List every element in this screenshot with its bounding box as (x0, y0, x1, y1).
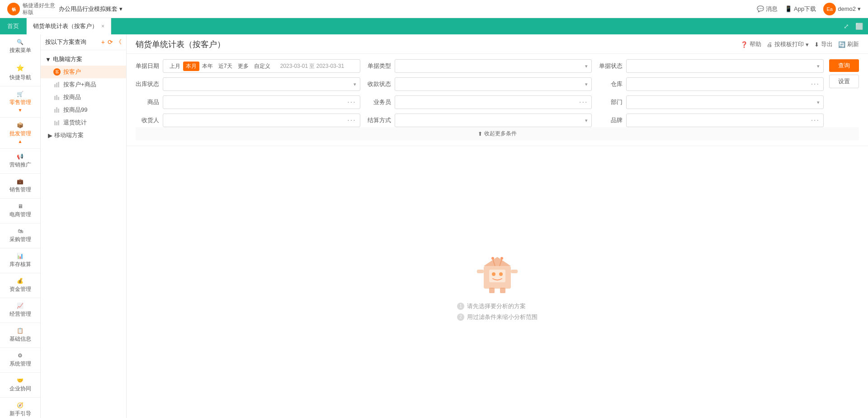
goods-label: 商品 (136, 98, 163, 106)
goods-control[interactable]: ··· (163, 95, 360, 109)
scheme-add-btn[interactable]: + (101, 38, 105, 46)
tab-active[interactable]: 销货单统计表（按客户） × (27, 18, 111, 34)
svg-rect-12 (56, 122, 57, 125)
salesman-dots: ··· (579, 98, 588, 106)
svg-rect-3 (56, 83, 57, 87)
scheme-refresh-btn[interactable]: ⟳ (108, 38, 113, 46)
sidebar-item-inventory[interactable]: 📊 库存核算 (0, 248, 40, 273)
sidebar-search[interactable]: 🔍 搜索菜单 (0, 34, 40, 59)
sidebar-item-basic[interactable]: 📋 基础信息 (0, 323, 40, 348)
sidebar-item-operation[interactable]: 📈 经营管理 (0, 298, 40, 323)
search-icon: 🔍 (17, 39, 24, 45)
chart-icon-1 (53, 81, 61, 88)
warehouse-control[interactable]: ··· (626, 77, 824, 91)
order-type-chevron (585, 63, 588, 69)
salesman-control[interactable]: ··· (395, 95, 592, 109)
order-type-label: 单据类型 (368, 62, 395, 70)
content-area: 按以下方案查询 + ⟳ 《 ▼ 电脑端方案 客 按客户 (41, 34, 868, 418)
date-tab-custom[interactable]: 自定义 (251, 62, 273, 71)
user-chevron: ▾ (858, 5, 861, 12)
date-tab-more[interactable]: 更多 (235, 62, 251, 71)
sidebar-item-enterprise[interactable]: 🤝 企业协同 (0, 373, 40, 398)
date-tab-this-year[interactable]: 本年 (199, 62, 216, 71)
page-title: 销货单统计表（按客户） (136, 39, 225, 50)
warehouse-dots: ··· (811, 80, 820, 88)
tree-item-by-goods[interactable]: 按商品 (41, 91, 126, 104)
scheme-title: 按以下方案查询 (45, 38, 86, 46)
filter-department: 部门 (599, 95, 824, 109)
collapse-icon: ⬆ (478, 131, 482, 137)
delivery-control[interactable] (163, 77, 360, 91)
tree-group-mobile-header[interactable]: ▶ 移动端方案 (41, 129, 126, 142)
header-right: 💬 消息 📱 App下载 Ea demo2 ▾ (757, 3, 861, 15)
receiver-control[interactable]: ··· (163, 114, 360, 127)
tree-item-customer-goods[interactable]: 按客户+商品 (41, 78, 126, 91)
filter-brand: 品牌 ··· (599, 114, 824, 127)
tab-restore-btn[interactable]: ⤢ (841, 21, 852, 32)
sidebar-item-guide[interactable]: 🧭 新手引导 (0, 398, 40, 418)
receiver-dots: ··· (347, 116, 356, 124)
chart-icon-4 (53, 119, 61, 126)
tab-maximize-btn[interactable]: ⬜ (854, 21, 864, 32)
user-menu[interactable]: Ea demo2 ▾ (823, 3, 861, 15)
breadcrumb[interactable]: 办公用品行业模拟账套 ▾ (59, 5, 123, 13)
breadcrumb-text: 办公用品行业模拟账套 (59, 5, 118, 13)
tree-item-goods99[interactable]: 按商品99 (41, 104, 126, 116)
breadcrumb-chevron: ▾ (119, 5, 123, 12)
message-btn[interactable]: 💬 消息 (757, 5, 778, 13)
filter-row-2: 出库状态 收款状态 (136, 77, 824, 91)
tree-item-by-customer[interactable]: 客 按客户 (41, 66, 126, 78)
refresh-btn[interactable]: 🔄 刷新 (838, 40, 859, 48)
sidebar-quick-nav[interactable]: ⭐ 快捷导航 (0, 59, 40, 86)
top-header: 畅 畅捷通好生意 标版 办公用品行业模拟账套 ▾ 💬 消息 📱 App下载 Ea… (0, 0, 868, 18)
hint-num-1: 1 (457, 303, 464, 310)
settings-button[interactable]: 设置 (829, 75, 859, 88)
sidebar-item-system[interactable]: ⚙ 系统管理 (0, 348, 40, 373)
chart-icon-3 (53, 106, 61, 114)
sidebar-item-sales[interactable]: 💼 销售管理 (0, 174, 40, 199)
export-btn[interactable]: ⬇ 导出 (814, 40, 833, 48)
query-button[interactable]: 查询 (829, 59, 859, 72)
order-status-control[interactable] (626, 59, 824, 73)
empty-state: 1 请先选择要分析的方案 2 用过滤条件来缩小分析范围 (127, 146, 868, 418)
collapse-bar[interactable]: ⬆ 收起更多条件 (136, 127, 859, 140)
sidebar-item-purchase[interactable]: 🛍 采购管理 (0, 223, 40, 248)
avatar: Ea (823, 3, 836, 15)
date-control[interactable]: 上月 本月 本年 近7天 更多 自定义 2023-03-01 至 2023-03… (163, 59, 360, 73)
sidebar-item-wholesale[interactable]: 📦 批发管理 ▲ (0, 118, 40, 149)
page-actions: ❓ 帮助 🖨 按模板打印 ▾ ⬇ 导出 🔄 刷新 (741, 40, 859, 48)
warehouse-label: 仓库 (599, 80, 626, 88)
tab-home[interactable]: 首页 (0, 18, 27, 34)
print-btn[interactable]: 🖨 按模板打印 ▾ (767, 40, 809, 48)
svg-point-18 (499, 272, 503, 276)
customer-icon: 客 (53, 68, 61, 76)
help-icon: ❓ (741, 41, 748, 48)
sidebar-item-retail[interactable]: 🛒 零售管理 ▼ (0, 86, 40, 118)
svg-text:畅: 畅 (12, 7, 16, 12)
order-type-control[interactable] (395, 59, 592, 73)
sidebar-item-ecommerce[interactable]: 🖥 电商管理 (0, 199, 40, 223)
settlement-control[interactable] (395, 114, 592, 127)
logo-text: 畅捷通好生意 标版 (23, 2, 55, 15)
sidebar-item-marketing[interactable]: 📢 营销推广 (0, 149, 40, 174)
date-tab-7days[interactable]: 近7天 (216, 62, 235, 71)
sidebar-item-finance[interactable]: 💰 资金管理 (0, 273, 40, 298)
scheme-collapse-btn[interactable]: 《 (116, 38, 122, 46)
date-tab-this-month[interactable]: 本月 (183, 62, 199, 71)
main-layout: 🔍 搜索菜单 ⭐ 快捷导航 🛒 零售管理 ▼ 📦 批发管理 ▲ 📢 营销推广 💼… (0, 34, 868, 418)
svg-rect-5 (54, 96, 56, 100)
app-download-btn[interactable]: 📱 App下载 (785, 5, 816, 13)
salesman-label: 业务员 (368, 98, 395, 106)
empty-hint-2: 2 用过滤条件来缩小分析范围 (457, 313, 538, 321)
brand-control[interactable]: ··· (626, 114, 824, 127)
tree-group-desktop-header[interactable]: ▼ 电脑端方案 (41, 53, 126, 66)
svg-rect-25 (477, 270, 484, 273)
tree-item-return-stats[interactable]: 退货统计 (41, 116, 126, 129)
help-btn[interactable]: ❓ 帮助 (741, 40, 761, 48)
payment-control[interactable] (395, 77, 592, 91)
goods-dots: ··· (347, 98, 356, 106)
date-tab-last-month[interactable]: 上月 (167, 62, 183, 71)
department-control[interactable] (626, 95, 824, 109)
tab-close-btn[interactable]: × (101, 23, 104, 29)
svg-point-22 (500, 257, 503, 260)
